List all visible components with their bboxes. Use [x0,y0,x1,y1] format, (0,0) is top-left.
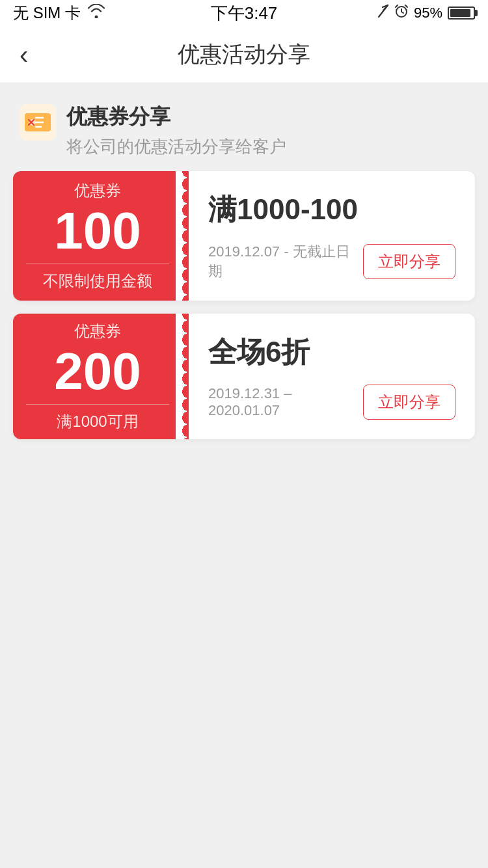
coupon-divider-1 [26,264,169,264]
share-button-1[interactable]: 立即分享 [363,244,455,279]
status-left: 无 SIM 卡 [13,3,105,23]
coupon-name-1: 满1000-100 [208,191,455,229]
coupon-left-1: 优惠券 100 不限制使用金额 [13,171,182,301]
section-text: 优惠券分享 将公司的优惠活动分享给客户 [66,103,286,158]
coupon-divider-2 [26,404,169,405]
status-right: 95% [377,4,475,22]
coupon-right-1: 满1000-100 2019.12.07 - 无截止日期 立即分享 [182,171,475,301]
coupon-bottom-1: 2019.12.07 - 无截止日期 立即分享 [208,242,455,281]
nav-bar: ‹ 优惠活动分享 [0,26,488,83]
coupon-share-icon [20,104,56,141]
coupon-label-2: 优惠券 [74,321,121,342]
coupon-label-1: 优惠券 [74,180,121,201]
coupon-card-2: 优惠券 200 满1000可用 全场6折 2019.12.31 – 2020.0… [13,314,475,439]
page-title: 优惠活动分享 [178,40,310,70]
status-bar: 无 SIM 卡 下午3:47 95% [0,0,488,26]
section-header: 优惠券分享 将公司的优惠活动分享给客户 [0,83,488,171]
coupon-card-1: 优惠券 100 不限制使用金额 满1000-100 2019.12.07 - 无… [13,171,475,301]
coupon-condition-2: 满1000可用 [50,411,144,432]
battery-pct: 95% [414,5,442,21]
status-time: 下午3:47 [211,2,278,25]
bottom-fill [0,459,488,817]
share-button-2[interactable]: 立即分享 [363,385,455,420]
alarm-icon [394,4,409,22]
battery-icon [448,7,475,20]
coupon-right-2: 全场6折 2019.12.31 – 2020.01.07 立即分享 [182,314,475,439]
coupon-amount-1: 100 [54,205,141,257]
section-subtitle: 将公司的优惠活动分享给客户 [66,135,286,158]
coupon-name-2: 全场6折 [208,333,455,372]
wifi-icon [87,4,105,22]
coupon-date-1: 2019.12.07 - 无截止日期 [208,242,357,281]
svg-point-3 [29,119,36,126]
location-icon [377,4,389,22]
coupon-bottom-2: 2019.12.31 – 2020.01.07 立即分享 [208,385,455,420]
carrier-label: 无 SIM 卡 [13,3,81,23]
coupon-condition-1: 不限制使用金额 [36,271,159,292]
back-button[interactable]: ‹ [20,42,28,68]
coupon-date-2: 2019.12.31 – 2020.01.07 [208,385,357,419]
coupon-amount-2: 200 [54,346,141,398]
coupon-left-2: 优惠券 200 满1000可用 [13,314,182,439]
coupons-container: 优惠券 100 不限制使用金额 满1000-100 2019.12.07 - 无… [0,171,488,459]
section-title: 优惠券分享 [66,103,286,131]
